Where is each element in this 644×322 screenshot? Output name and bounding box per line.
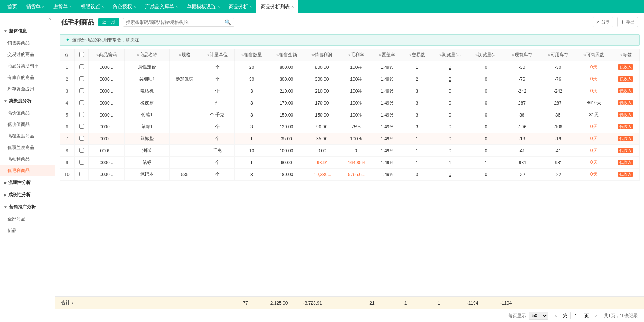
row-checkbox[interactable] (79, 100, 84, 105)
nav-close-icon-8[interactable]: × (291, 4, 294, 9)
sidebar-item-4-0[interactable]: 全部商品 (0, 213, 55, 225)
nav-close-icon-3[interactable]: × (102, 4, 104, 9)
nav-item-4[interactable]: 角色授权× (108, 0, 140, 13)
cell-1-12[interactable]: 0 (432, 73, 468, 85)
sort-icon[interactable]: ⇅ (348, 53, 351, 57)
cell-3-1[interactable] (74, 97, 89, 109)
cell-9-12[interactable]: 0 (432, 169, 468, 181)
sidebar-group-4[interactable]: ▼营销推广分析 (0, 201, 55, 213)
nav-close-icon-2[interactable]: × (69, 4, 71, 9)
sort-icon[interactable]: ⇅ (241, 53, 244, 57)
sort-icon[interactable]: ⇅ (96, 53, 99, 57)
nav-item-1[interactable]: 销货单× (22, 0, 49, 13)
sidebar-group-0[interactable]: ▼整体信息 (0, 25, 55, 37)
browse-link[interactable]: 0 (449, 101, 451, 106)
sort-icon[interactable]: ⇅ (311, 53, 314, 57)
sidebar-group-2[interactable]: ▶流通性分析 (0, 176, 55, 189)
sidebar-item-0-3[interactable]: 有库存的商品 (0, 72, 55, 83)
browse-link[interactable]: 0 (449, 172, 451, 177)
sort-icon[interactable]: ⇅ (179, 53, 182, 57)
cell-0-12[interactable]: 0 (432, 61, 468, 73)
row-checkbox[interactable] (79, 112, 84, 117)
row-checkbox[interactable] (79, 64, 84, 69)
browse-link[interactable]: 0 (449, 89, 451, 94)
browse-link[interactable]: 0 (449, 136, 451, 141)
sort-icon[interactable]: ⇅ (379, 53, 382, 57)
browse-link[interactable]: 1 (449, 160, 451, 165)
sidebar-item-0-2[interactable]: 商品分类助销率 (0, 60, 55, 72)
page-input[interactable] (570, 312, 581, 319)
sidebar-item-1-5[interactable]: 低毛利商品 (0, 165, 55, 176)
nav-item-8[interactable]: 商品分析列表× (256, 0, 298, 13)
cell-8-1[interactable] (74, 157, 89, 169)
col-header-1[interactable] (74, 49, 89, 61)
nav-item-7[interactable]: 商品分析× (224, 0, 256, 13)
page-size-select[interactable]: 5020100 (529, 312, 548, 320)
sidebar-item-0-4[interactable]: 库存资金占用 (0, 83, 55, 95)
sidebar-group-1[interactable]: ▼类聚度分析 (0, 95, 55, 107)
cell-8-12[interactable]: 1 (432, 157, 468, 169)
cell-7-1[interactable] (74, 145, 89, 157)
sidebar-item-1-1[interactable]: 低价值商品 (0, 119, 55, 130)
cell-3-12[interactable]: 0 (432, 97, 468, 109)
sort-icon[interactable]: ⇅ (620, 53, 623, 57)
sort-icon[interactable]: ⇅ (137, 53, 140, 57)
sidebar-item-4-1[interactable]: 新品 (0, 225, 55, 236)
nav-item-2[interactable]: 进货单× (49, 0, 76, 13)
cell-5-12[interactable]: 0 (432, 121, 468, 133)
sort-icon[interactable]: ⇅ (583, 53, 586, 57)
browse-link[interactable]: 0 (449, 77, 451, 82)
row-checkbox[interactable] (79, 124, 84, 129)
row-checkbox[interactable] (79, 76, 84, 81)
cell-6-1[interactable] (74, 133, 89, 145)
sidebar-item-0-0[interactable]: 销售类商品 (0, 37, 55, 49)
cell-5-1[interactable] (74, 121, 89, 133)
sort-icon[interactable]: ⇅ (409, 53, 412, 57)
share-button[interactable]: ↗ 分享 (593, 17, 613, 27)
cell-2-12[interactable]: 0 (432, 85, 468, 97)
sidebar-item-0-1[interactable]: 交易过的商品 (0, 49, 55, 60)
sidebar-collapse-btn[interactable]: « (48, 16, 52, 22)
prev-page-btn[interactable]: ＜ (551, 312, 560, 320)
sort-icon[interactable]: ⇅ (439, 53, 442, 57)
cell-9-1[interactable] (74, 169, 89, 181)
next-page-btn[interactable]: ＞ (592, 312, 601, 320)
browse-link[interactable]: 0 (449, 124, 451, 130)
row-checkbox[interactable] (79, 88, 84, 93)
nav-item-6[interactable]: 单据模板设置× (182, 0, 224, 13)
sidebar-item-1-3[interactable]: 低覆盖度商品 (0, 142, 55, 153)
cell-1-1[interactable] (74, 73, 89, 85)
browse-link[interactable]: 0 (449, 148, 451, 153)
search-input[interactable] (126, 20, 225, 25)
nav-close-icon-4[interactable]: × (134, 4, 136, 9)
sort-icon[interactable]: ⇅ (548, 53, 551, 57)
sort-icon[interactable]: ⇅ (475, 53, 478, 57)
settings-icon[interactable]: ⚙ (65, 52, 69, 58)
cell-4-1[interactable] (74, 109, 89, 121)
cell-4-12[interactable]: 0 (432, 109, 468, 121)
nav-close-icon-7[interactable]: × (250, 4, 252, 9)
nav-close-icon-6[interactable]: × (217, 4, 220, 9)
sidebar-item-1-2[interactable]: 高覆盖度商品 (0, 130, 55, 142)
sidebar-item-1-0[interactable]: 高价值商品 (0, 107, 55, 119)
sort-icon[interactable]: ⇅ (207, 53, 210, 57)
col-header-0[interactable]: ⚙ (60, 49, 74, 61)
browse-link[interactable]: 0 (449, 112, 451, 118)
cell-0-1[interactable] (74, 61, 89, 73)
sidebar-group-3[interactable]: ▶成长性分析 (0, 189, 55, 201)
sidebar-item-1-4[interactable]: 高毛利商品 (0, 153, 55, 165)
nav-item-5[interactable]: 产成品入库单× (141, 0, 182, 13)
row-checkbox[interactable] (79, 172, 84, 176)
cell-2-1[interactable] (74, 85, 89, 97)
browse-link[interactable]: 0 (449, 65, 451, 70)
row-checkbox[interactable] (79, 160, 84, 165)
select-all-checkbox[interactable] (79, 52, 84, 57)
nav-close-icon-1[interactable]: × (42, 4, 44, 9)
export-button[interactable]: ⬇ 导出 (617, 17, 638, 27)
cell-6-12[interactable]: 0 (432, 133, 468, 145)
nav-close-icon-5[interactable]: × (176, 4, 178, 9)
sort-icon[interactable]: ⇅ (276, 53, 279, 57)
sort-icon[interactable]: ⇅ (512, 53, 515, 57)
cell-7-12[interactable]: 0 (432, 145, 468, 157)
nav-item-0[interactable]: 首页 (3, 0, 22, 13)
